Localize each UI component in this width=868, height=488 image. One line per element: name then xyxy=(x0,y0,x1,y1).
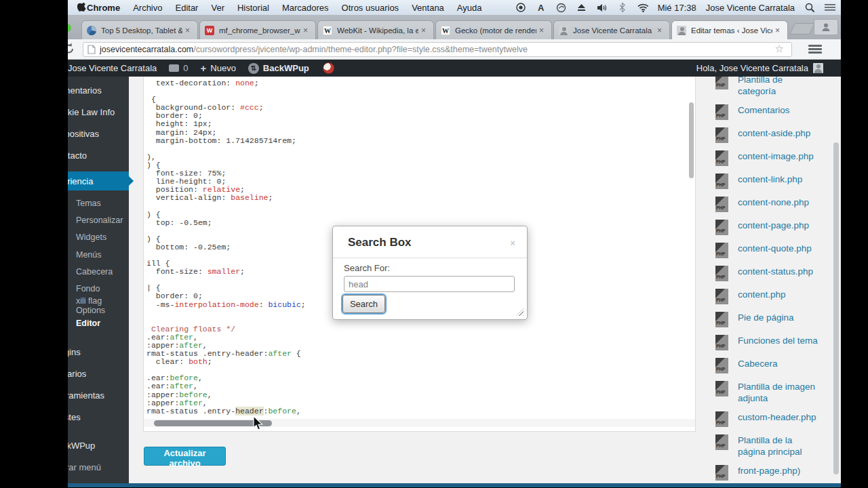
menubar-item-historial[interactable]: Historial xyxy=(237,3,269,13)
bluetooth-icon[interactable] xyxy=(617,2,628,13)
template-file-link[interactable]: PHPcontent-link.php xyxy=(713,174,849,189)
creative-cloud-icon[interactable] xyxy=(556,2,567,13)
resize-grip-icon[interactable] xyxy=(516,308,524,316)
backwpup-icon: ⇅ xyxy=(248,63,259,74)
tab-title: Editar temas ‹ Jose Vicen xyxy=(691,26,772,35)
tab-2[interactable]: Wmf_chrome_browser_war× xyxy=(199,20,316,39)
menubar-user[interactable]: Jose Vicente Carratala xyxy=(706,3,795,13)
editor-vertical-scrollbar[interactable] xyxy=(689,102,694,178)
template-file-link[interactable]: PHPCabecera xyxy=(713,358,849,373)
menubar-item-ayuda[interactable]: Ayuda xyxy=(457,3,482,13)
menubar-item-ventana[interactable]: Ventana xyxy=(412,3,444,13)
language-plugin-icon[interactable] xyxy=(323,62,334,74)
template-file-link[interactable]: PHPcontent-quote.php xyxy=(713,243,849,258)
url-bar[interactable]: josevicentecarratala.com/cursowordpress/… xyxy=(83,42,792,57)
php-file-icon: PHP xyxy=(715,174,728,189)
file-label: custom-header.php xyxy=(738,411,816,427)
template-file-link[interactable]: PHPcustom-header.php xyxy=(713,411,849,427)
user-avatar[interactable] xyxy=(813,63,823,73)
adminbar-comments[interactable]: 0 xyxy=(169,63,188,73)
php-file-icon: PHP xyxy=(715,411,728,427)
tab-3[interactable]: WWebKit - Wikipedia, la en× xyxy=(317,20,434,39)
profile-button[interactable] xyxy=(814,19,838,35)
volume-icon[interactable] xyxy=(597,2,608,13)
template-file-link[interactable]: PHPcontent-page.php xyxy=(713,220,849,235)
template-file-link[interactable]: PHPPlantilla de imagenadjunta xyxy=(713,381,849,404)
template-file-link[interactable]: PHPfront-page.php) xyxy=(713,465,849,481)
update-file-button[interactable]: Actualizar archivo xyxy=(144,447,226,466)
notification-center-icon[interactable] xyxy=(825,2,835,13)
wikipedia-favicon: W xyxy=(323,26,332,35)
code-line: .ear:after, xyxy=(146,333,689,342)
input-source-icon[interactable]: A xyxy=(536,2,547,13)
template-file-link[interactable]: PHPFunciones del tema xyxy=(713,335,849,350)
tab-close-icon[interactable]: × xyxy=(539,26,547,35)
php-file-icon: PHP xyxy=(715,243,728,258)
template-file-link[interactable]: PHPPie de página xyxy=(713,312,849,327)
template-file-link[interactable]: PHPcontent-image.php xyxy=(713,150,849,166)
menubar-item-archivo[interactable]: Archivo xyxy=(133,3,162,13)
dialog-close-icon[interactable]: × xyxy=(508,239,517,248)
code-line: ) { xyxy=(146,211,689,219)
search-input[interactable] xyxy=(344,276,515,292)
tab-close-icon[interactable]: × xyxy=(657,26,665,35)
code-line xyxy=(146,145,689,153)
chrome-menu-icon[interactable] xyxy=(808,45,822,54)
code-line: rmat-status .entry-header:after { xyxy=(146,350,689,358)
adminbar-backwpup[interactable]: ⇅ BackWPup xyxy=(248,63,309,74)
chrome-toolbar: josevicentecarratala.com/cursowordpress/… xyxy=(27,39,841,60)
eject-icon[interactable] xyxy=(576,2,587,13)
menubar-item-marcadores[interactable]: Marcadores xyxy=(282,3,329,13)
tab-title: Top 5 Desktop, Tablet & C xyxy=(101,26,182,35)
apple-menu-icon[interactable] xyxy=(77,2,87,13)
page-icon xyxy=(87,45,96,54)
menubar-item-editar[interactable]: Editar xyxy=(175,3,198,13)
php-file-icon: PHP xyxy=(715,381,728,396)
file-label: Plantilla de imagenadjunta xyxy=(738,381,815,404)
template-file-link[interactable]: PHPPlantilla decategoría xyxy=(713,74,849,97)
wp-admin-bar: Jose Vicente Carratala 0 + Nuevo ⇅ BackW… xyxy=(27,60,841,77)
file-label: content-none.php xyxy=(738,197,809,212)
menubar-clock[interactable]: Mié 17:38 xyxy=(658,3,696,13)
page-scrollbar[interactable] xyxy=(833,142,839,474)
bookmark-star-icon[interactable]: ☆ xyxy=(775,43,784,54)
code-line: font-size: 75%; xyxy=(146,169,689,178)
tab-1[interactable]: Top 5 Desktop, Tablet & C× xyxy=(81,20,198,39)
adminbar-new-button[interactable]: + Nuevo xyxy=(201,62,236,74)
code-line: clear: both; xyxy=(146,358,689,366)
code-line xyxy=(146,87,689,96)
template-file-link[interactable]: PHPComentarios xyxy=(713,104,849,120)
code-line xyxy=(146,202,689,210)
file-label: Cabecera xyxy=(738,358,778,373)
tab-close-icon[interactable]: × xyxy=(303,26,311,35)
adminbar-greeting[interactable]: Hola, Jose Vicente Carratala xyxy=(696,63,808,73)
tab-close-icon[interactable]: × xyxy=(421,26,429,35)
tabs-container: Top 5 Desktop, Tablet & C×Wmf_chrome_bro… xyxy=(81,20,789,39)
template-file-link[interactable]: PHPcontent.php xyxy=(713,289,849,304)
tab-5[interactable]: Jose Vicente Carratala | P× xyxy=(553,20,670,39)
file-label: content-status.php xyxy=(738,266,813,281)
comment-count: 0 xyxy=(183,63,188,73)
template-file-link[interactable]: PHPcontent-none.php xyxy=(713,197,849,212)
template-file-link[interactable]: PHPcontent-aside.php xyxy=(713,127,849,143)
menubar-item-otros-usuarios[interactable]: Otros usuarios xyxy=(342,3,399,13)
code-line: rmat-status .entry-header:before, xyxy=(146,407,689,415)
dialog-search-button[interactable]: Search xyxy=(342,295,385,313)
tab-4[interactable]: WGecko (motor de renderiz× xyxy=(435,20,552,39)
tab-6[interactable]: Editar temas ‹ Jose Vicen× xyxy=(671,20,788,39)
menubar-item-chrome[interactable]: Chrome xyxy=(87,3,120,13)
file-label: Comentarios xyxy=(738,104,790,120)
dialog-divider xyxy=(333,258,527,258)
template-file-link[interactable]: PHPcontent-status.php xyxy=(713,266,849,281)
tab-title: WebKit - Wikipedia, la en xyxy=(337,26,418,35)
record-icon[interactable] xyxy=(515,2,526,13)
adminbar-site-name[interactable]: Jose Vicente Carratala xyxy=(68,63,157,73)
wifi-icon[interactable] xyxy=(637,2,648,13)
tab-close-icon[interactable]: × xyxy=(185,26,193,35)
menubar-item-ver[interactable]: Ver xyxy=(211,3,224,13)
new-tab-button[interactable] xyxy=(789,23,815,35)
tab-close-icon[interactable]: × xyxy=(775,26,783,35)
code-line: Clearing floats */ xyxy=(146,325,689,333)
template-file-link[interactable]: PHPPlantilla de lapágina principal xyxy=(713,434,849,458)
spotlight-icon[interactable] xyxy=(804,2,815,13)
